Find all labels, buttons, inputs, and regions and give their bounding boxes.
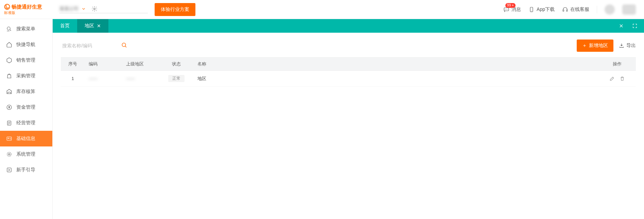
tab-home[interactable]: 首页 <box>53 19 77 33</box>
money-icon <box>6 104 12 110</box>
main: 首页 地区 ✕ <box>53 19 644 219</box>
avatar-small[interactable] <box>605 4 615 15</box>
sidebar-item-label: 采购管理 <box>16 73 35 79</box>
sidebar-item-search-menu[interactable]: 搜索菜单 <box>0 21 52 37</box>
svg-rect-9 <box>567 10 568 11</box>
sidebar-item-label: 搜索菜单 <box>16 26 35 32</box>
sidebar-item-sales[interactable]: 销售管理 <box>0 52 52 68</box>
avatar[interactable] <box>622 4 636 15</box>
sidebar-item-inventory[interactable]: 库存核算 <box>0 84 52 99</box>
tab-region[interactable]: 地区 ✕ <box>77 19 108 33</box>
svg-rect-8 <box>563 10 564 11</box>
sidebar-item-funds[interactable]: 资金管理 <box>0 99 52 115</box>
clipboard-icon <box>6 120 12 126</box>
brand-name: 畅捷通好生意 <box>12 4 42 10</box>
app-download-label: App下载 <box>537 6 555 13</box>
sidebar-item-label: 系统管理 <box>16 151 35 157</box>
new-region-label: 新增地区 <box>589 43 608 49</box>
svg-point-7 <box>531 11 532 11</box>
export-label: 导出 <box>626 43 636 49</box>
search-input[interactable] <box>61 41 129 51</box>
tab-label: 地区 <box>85 23 94 29</box>
guide-icon <box>6 167 12 173</box>
fullscreen-button[interactable] <box>629 19 641 33</box>
content-panel: ＋ 新增地区 导出 序号 编码 <box>53 33 644 219</box>
phone-icon <box>528 6 535 13</box>
brand-block: 畅捷通好生意 标准版 <box>0 4 53 15</box>
warehouse-icon <box>6 89 12 95</box>
tabs-bar: 首页 地区 ✕ <box>53 19 644 33</box>
svg-point-18 <box>122 43 126 47</box>
svg-rect-13 <box>7 137 12 141</box>
edit-icon[interactable] <box>609 76 615 81</box>
sidebar-item-label: 经营管理 <box>16 120 35 126</box>
cell-status: 正常 <box>159 75 193 82</box>
messages-button[interactable]: 99 + 消息 <box>503 6 521 13</box>
th-code: 编码 <box>85 61 122 67</box>
th-name: 名称 <box>193 61 598 67</box>
online-service-button[interactable]: 在线客服 <box>562 6 589 13</box>
sidebar-item-label: 库存核算 <box>16 89 35 95</box>
sidebar-item-label: 资金管理 <box>16 104 35 110</box>
app-download-button[interactable]: App下载 <box>528 6 555 13</box>
th-seq: 序号 <box>61 61 85 67</box>
cell-name: 地区 <box>193 76 598 82</box>
sidebar-item-purchase[interactable]: 采购管理 <box>0 68 52 84</box>
status-badge: 正常 <box>168 75 185 82</box>
headset-icon <box>562 6 568 13</box>
sidebar-item-label: 新手引导 <box>16 167 35 173</box>
brand-edition: 标准版 <box>4 10 15 15</box>
sidebar-item-label: 基础信息 <box>16 136 35 142</box>
region-table: 序号 编码 上级地区 状态 名称 操作 1 —— —— 正常 <box>61 57 636 87</box>
sidebar-item-label: 快捷导航 <box>16 42 35 48</box>
org-name: 某某公司 <box>59 6 79 12</box>
tab-label: 首页 <box>60 23 70 29</box>
svg-point-1 <box>94 8 95 10</box>
gear-icon[interactable] <box>91 6 98 12</box>
cell-ops <box>598 76 636 81</box>
sidebar-item-operation[interactable]: 经营管理 <box>0 115 52 131</box>
plus-icon: ＋ <box>582 43 587 49</box>
svg-point-10 <box>7 27 10 30</box>
online-service-label: 在线客服 <box>570 6 589 13</box>
search-icon[interactable] <box>121 42 127 48</box>
svg-point-3 <box>505 9 506 10</box>
th-status: 状态 <box>159 61 193 67</box>
promo-button[interactable]: 体验行业方案 <box>155 3 195 16</box>
toolbar: ＋ 新增地区 导出 <box>61 40 636 52</box>
svg-point-4 <box>506 9 507 10</box>
search-menu-icon <box>6 26 12 32</box>
messages-badge: 99 + <box>505 3 516 8</box>
close-icon[interactable]: ✕ <box>97 24 101 28</box>
cell-code: —— <box>85 76 122 81</box>
svg-point-5 <box>507 9 508 10</box>
table-header: 序号 编码 上级地区 状态 名称 操作 <box>61 57 636 71</box>
org-selector[interactable]: 某某公司 <box>59 6 144 13</box>
bag-icon <box>6 73 12 79</box>
chevron-down-icon <box>81 6 86 11</box>
home-icon <box>6 42 12 48</box>
divider <box>597 6 597 13</box>
sidebar-item-quick-nav[interactable]: 快捷导航 <box>0 37 52 52</box>
sidebar-item-system[interactable]: 系统管理 <box>0 146 52 162</box>
card-icon <box>6 136 12 142</box>
sales-icon <box>6 57 12 63</box>
settings-icon <box>6 151 12 157</box>
new-region-button[interactable]: ＋ 新增地区 <box>577 40 613 52</box>
sidebar-item-label: 销售管理 <box>16 57 35 63</box>
cell-seq: 1 <box>61 76 85 81</box>
delete-icon[interactable] <box>620 76 625 81</box>
svg-point-16 <box>8 154 10 155</box>
table-row: 1 —— —— 正常 地区 <box>61 71 636 87</box>
topbar-right: 99 + 消息 App下载 在线客服 <box>503 0 644 19</box>
export-icon <box>619 43 624 48</box>
export-button[interactable]: 导出 <box>619 43 636 49</box>
svg-point-15 <box>7 152 11 156</box>
th-ops: 操作 <box>598 61 636 67</box>
search-wrap <box>61 41 129 51</box>
sidebar-item-guide[interactable]: 新手引导 <box>0 162 52 178</box>
close-all-tabs-button[interactable] <box>615 19 627 33</box>
sidebar-item-basic-info[interactable]: 基础信息 <box>0 131 52 146</box>
topbar: 畅捷通好生意 标准版 某某公司 体验行业方案 99 + 消息 <box>0 0 644 19</box>
sidebar: 搜索菜单 快捷导航 销售管理 采购管理 库存核算 资金管理 <box>0 19 53 219</box>
